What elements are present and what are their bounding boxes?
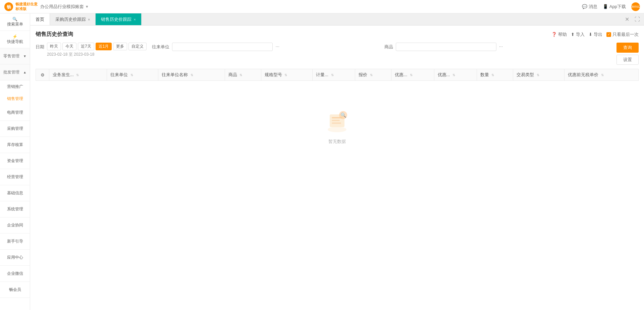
th-product[interactable]: 商品 ⇅ [225, 69, 261, 81]
filter-buttons: 查询 设置 [616, 43, 639, 65]
sidebar-item-purchase[interactable]: 采购管理 [0, 121, 30, 137]
page-title: 销售历史价查询 [36, 31, 73, 38]
tab-purchase-history[interactable]: 采购历史价跟踪 × [50, 13, 96, 25]
th-qty-label: 数量 [480, 72, 489, 77]
th-spec-label: 规格型号 [265, 72, 282, 77]
tab-sales-history[interactable]: 销售历史价跟踪 × [96, 13, 141, 25]
th-discount1[interactable]: 优惠... ⇅ [391, 69, 434, 81]
top-bar: 畅 畅捷通好生意 标准版 办公用品行业模拟账套 ▾ 💬 消息 📱 App下载 d… [0, 0, 644, 13]
empty-icon: 🔍 [324, 108, 351, 135]
th-gear[interactable]: ⚙ [36, 69, 49, 81]
sidebar: 🔍 搜索菜单 ⚡ 快捷导航 零售管理 ▼ 批发管理 ▲ 营销推广 销售管理 电商… [0, 13, 30, 310]
th-discount2[interactable]: 优惠... ⇅ [434, 69, 477, 81]
th-pre-tax-price[interactable]: 优惠前无税单价 ⇅ [565, 69, 639, 81]
partner-label: 往来单位 [152, 43, 169, 50]
svg-rect-5 [332, 120, 340, 121]
sort-icon-spec: ⇅ [284, 73, 287, 77]
sort-icon-discount1: ⇅ [410, 73, 413, 77]
partner-input[interactable] [172, 43, 273, 51]
sidebar-item-guide[interactable]: 新手引导 [0, 234, 30, 250]
th-biz-date[interactable]: 业务发生... ⇅ [49, 69, 107, 81]
sidebar-item-search[interactable]: 🔍 搜索菜单 [0, 13, 30, 31]
date-btn-7days[interactable]: 近7天 [78, 43, 94, 50]
sort-icon-biz-date: ⇅ [76, 73, 79, 77]
date-btn-today[interactable]: 今天 [62, 43, 76, 50]
help-link[interactable]: ❓ 帮助 [551, 32, 567, 38]
th-spec[interactable]: 规格型号 ⇅ [261, 69, 312, 81]
th-biz-date-label: 业务发生... [53, 72, 74, 77]
sidebar-item-marketing[interactable]: 营销推广 [0, 81, 30, 93]
date-options: 昨天 今天 近7天 近1月 更多 自定义 2023-02-18 至 2023-0… [47, 43, 147, 57]
maximize-button[interactable]: ⛶ [633, 16, 641, 23]
product-label: 商品 [384, 43, 393, 50]
dropdown-icon[interactable]: ▾ [86, 4, 88, 9]
th-qty[interactable]: 数量 ⇅ [477, 69, 513, 81]
tab-close-purchase[interactable]: × [88, 17, 90, 21]
sidebar-item-ecommerce[interactable]: 电商管理 [0, 105, 30, 121]
sidebar-item-retail[interactable]: 零售管理 ▼ [0, 48, 30, 64]
th-unit[interactable]: 计量... ⇅ [313, 69, 355, 81]
export-link[interactable]: ⬇ 导出 [589, 32, 602, 38]
chevron-down-icon: ▼ [23, 54, 26, 58]
sidebar-item-quicknav[interactable]: ⚡ 快捷导航 [0, 31, 30, 48]
export-icon: ⬇ [589, 32, 592, 37]
th-partner[interactable]: 往来单位 ⇅ [107, 69, 158, 81]
filter-row: 日期 昨天 今天 近7天 近1月 更多 自定义 2023-02-18 至 202… [36, 43, 639, 65]
svg-point-2 [328, 127, 346, 132]
empty-text: 暂无数据 [328, 139, 346, 145]
th-price[interactable]: 报价 ⇅ [355, 69, 391, 81]
tab-home[interactable]: 首页 [30, 13, 50, 25]
search-icon: 🔍 [12, 17, 17, 21]
product-filter-group: 商品 ... [384, 43, 611, 51]
tab-actions: ✕ ⛶ [624, 15, 644, 23]
sidebar-item-operation[interactable]: 经营管理 [0, 169, 30, 185]
sidebar-item-wechat[interactable]: 企业微信 [0, 266, 30, 282]
date-range-text: 2023-02-18 至 2023-03-18 [47, 52, 147, 57]
avatar: demo2 [631, 2, 640, 11]
partner-filter-group: 往来单位 ... [152, 43, 379, 51]
sidebar-item-inventory[interactable]: 库存核算 [0, 137, 30, 153]
sidebar-item-collab[interactable]: 企业协同 [0, 217, 30, 234]
sidebar-item-system[interactable]: 系统管理 [0, 201, 30, 217]
settings-button[interactable]: 设置 [616, 55, 639, 65]
user-profile[interactable]: demo2 [631, 2, 640, 11]
close-tab-button[interactable]: ✕ [624, 15, 631, 23]
message-button[interactable]: 💬 消息 [582, 4, 597, 10]
sidebar-item-sales[interactable]: 销售管理 [0, 93, 30, 105]
sidebar-item-basicinfo[interactable]: 基础信息 [0, 185, 30, 201]
date-filter-group: 日期 昨天 今天 近7天 近1月 更多 自定义 2023-02-18 至 202… [36, 43, 147, 57]
th-partner-name[interactable]: 往来单位名称 ⇅ [158, 69, 225, 81]
sort-icon-product: ⇅ [239, 73, 242, 77]
import-icon: ⬆ [571, 32, 575, 37]
app-download-button[interactable]: 📱 App下载 [603, 4, 626, 10]
th-pre-tax-price-label: 优惠前无税单价 [568, 72, 598, 77]
message-icon: 💬 [582, 4, 587, 9]
product-input[interactable] [396, 43, 496, 51]
th-partner-name-label: 往来单位名称 [162, 72, 188, 77]
sort-icon-pre-tax-price: ⇅ [601, 73, 604, 77]
sidebar-item-apps[interactable]: 应用中心 [0, 250, 30, 266]
date-btn-1month[interactable]: 近1月 [96, 43, 112, 50]
tab-close-sales[interactable]: × [133, 17, 136, 21]
import-link[interactable]: ⬆ 导入 [571, 32, 585, 38]
date-btn-more[interactable]: 更多 [113, 43, 127, 50]
date-btn-custom[interactable]: 自定义 [128, 43, 147, 50]
logo-text: 畅捷通好生意 标准版 [15, 2, 38, 11]
top-bar-right: 💬 消息 📱 App下载 demo2 [582, 2, 640, 11]
only-last-checkbox[interactable]: ✓ 只看最后一次 [606, 32, 639, 38]
sidebar-item-member[interactable]: 畅会员 [0, 282, 30, 298]
sidebar-item-finance[interactable]: 资金管理 [0, 153, 30, 169]
th-discount2-label: 优惠... [438, 72, 450, 77]
sidebar-item-wholesale[interactable]: 批发管理 ▲ [0, 64, 30, 81]
sort-icon-partner-name: ⇅ [191, 73, 193, 77]
th-trade-type[interactable]: 交易类型 ⇅ [513, 69, 564, 81]
svg-text:🔍: 🔍 [340, 112, 346, 118]
partner-dots: ... [275, 43, 279, 48]
page-content: 销售历史价查询 ❓ 帮助 ⬆ 导入 ⬇ 导出 [30, 25, 644, 310]
sort-icon-discount2: ⇅ [452, 73, 455, 77]
th-partner-label: 往来单位 [110, 72, 128, 77]
sort-icon-trade-type: ⇅ [537, 73, 539, 77]
date-btn-yesterday[interactable]: 昨天 [47, 43, 61, 50]
tab-bar: 首页 采购历史价跟踪 × 销售历史价跟踪 × ✕ ⛶ [30, 13, 644, 25]
query-button[interactable]: 查询 [616, 43, 639, 53]
